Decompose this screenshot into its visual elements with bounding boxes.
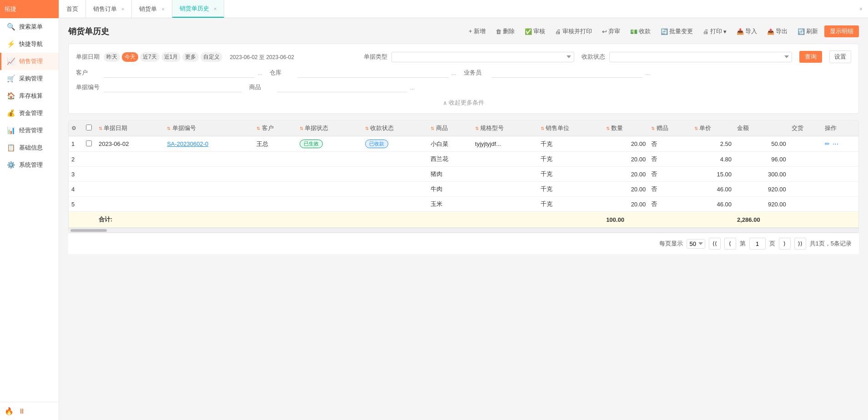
refresh-button[interactable]: 🔃 刷新	[794, 25, 822, 37]
row-checkbox[interactable]	[83, 152, 96, 167]
collect-icon: 💵	[630, 28, 637, 35]
date-tag-custom[interactable]: 自定义	[201, 52, 222, 62]
sidebar-item-system[interactable]: ⚙️ 系统管理	[0, 156, 59, 174]
batch-change-button[interactable]: 🔄 批量变更	[657, 25, 697, 37]
date-tag-1month[interactable]: 近1月	[161, 52, 181, 62]
salesperson-input[interactable]	[492, 68, 642, 78]
th-checkbox[interactable]	[83, 120, 96, 136]
goods-input[interactable]	[277, 82, 407, 92]
th-gift[interactable]: ⇅ 赠品	[648, 120, 691, 136]
tab-close-btn[interactable]: ×	[214, 6, 216, 11]
sales-icon: 📈	[7, 57, 15, 65]
sidebar-item-operations[interactable]: 📊 经营管理	[0, 122, 59, 139]
row-doc-date	[96, 182, 164, 197]
doc-type-select[interactable]	[391, 52, 574, 62]
sidebar-item-quick-nav[interactable]: ⚡ 快捷导航	[0, 35, 59, 53]
abandon-button[interactable]: ↩ 弃审	[598, 25, 624, 37]
payment-status-select[interactable]	[609, 52, 792, 62]
th-doc-no[interactable]: ⇅ 单据编号	[164, 120, 254, 136]
review-print-button[interactable]: 🖨 审核并打印	[552, 25, 596, 37]
collapse-icon: ∧	[443, 100, 447, 106]
import-button[interactable]: 📥 导入	[733, 25, 761, 37]
purchase-icon: 🛒	[7, 75, 15, 83]
export-button[interactable]: 📤 导出	[763, 25, 791, 37]
warehouse-picker-btn[interactable]: ...	[452, 70, 457, 76]
date-tag-7days[interactable]: 近7天	[140, 52, 160, 62]
settings-button[interactable]: 设置	[829, 50, 851, 63]
th-customer[interactable]: ⇅ 客户	[254, 120, 296, 136]
more-icon[interactable]: ⋯	[833, 140, 838, 147]
date-tag-today[interactable]: 今天	[122, 52, 138, 62]
row-checkbox[interactable]	[83, 167, 96, 182]
row-qty: 20.00	[603, 152, 648, 167]
select-all-checkbox[interactable]	[86, 125, 92, 130]
fire-icon[interactable]: 🔥	[5, 407, 14, 415]
customer-input[interactable]	[104, 68, 255, 78]
th-price[interactable]: ⇅ 单价	[692, 120, 734, 136]
collect-button[interactable]: 💵 收款	[627, 25, 654, 37]
page-number-input[interactable]	[749, 238, 766, 250]
warehouse-input[interactable]	[297, 68, 448, 78]
show-detail-button[interactable]: 显示明细	[824, 25, 859, 37]
sidebar-item-sales[interactable]: 📈 销售管理	[0, 53, 59, 70]
doc-type-label: 单据类型	[364, 53, 389, 61]
th-doc-date[interactable]: ⇅ 单据日期	[96, 120, 164, 136]
row-doc-status	[297, 197, 362, 212]
logo-text: 拓捷	[5, 5, 16, 13]
tab-close-btn[interactable]: ×	[121, 6, 124, 12]
row-customer: 王总	[254, 136, 296, 152]
salesperson-picker-btn[interactable]: ...	[645, 70, 650, 76]
tab-close-btn[interactable]: ×	[161, 6, 164, 12]
inventory-icon: 🏠	[7, 92, 15, 100]
goods-picker-btn[interactable]: ...	[410, 84, 415, 91]
import-icon: 📥	[737, 28, 744, 35]
row-doc-no[interactable]: SA-20230602-0	[164, 136, 254, 152]
th-settings[interactable]: ⚙	[69, 120, 83, 136]
th-qty[interactable]: ⇅ 数量	[603, 120, 648, 136]
docno-label: 单据编号	[76, 83, 101, 91]
th-doc-status[interactable]: ⇅ 单据状态	[297, 120, 362, 136]
customer-picker-btn[interactable]: ...	[257, 70, 262, 76]
th-goods[interactable]: ⇅ 商品	[428, 120, 472, 136]
edit-icon[interactable]: ✏	[825, 140, 830, 147]
row-checkbox[interactable]	[83, 182, 96, 197]
sidebar-item-label: 快捷导航	[19, 40, 43, 48]
date-tag-more[interactable]: 更多	[182, 52, 199, 62]
tab-sales-delivery[interactable]: 销货单 ×	[132, 0, 172, 18]
scrollbar-thumb[interactable]	[70, 229, 107, 232]
docno-filter: 单据编号	[76, 82, 242, 92]
row-goods: 牛肉	[428, 182, 472, 197]
sidebar-item-basic[interactable]: 📋 基础信息	[0, 139, 59, 156]
th-spec[interactable]: ⇅ 规格型号	[472, 120, 538, 136]
row-trade	[789, 167, 822, 182]
page-label-suffix: 页	[769, 240, 775, 248]
row-checkbox[interactable]	[83, 197, 96, 212]
prev-page-btn[interactable]: ⟨	[724, 238, 736, 250]
sidebar-item-inventory[interactable]: 🏠 库存核算	[0, 87, 59, 105]
sidebar-item-purchase[interactable]: 🛒 采购管理	[0, 70, 59, 87]
delete-button[interactable]: 🗑 删除	[492, 25, 518, 37]
horizontal-scrollbar[interactable]	[69, 228, 858, 232]
review-button[interactable]: ✅ 审核	[521, 25, 549, 37]
docno-input[interactable]	[104, 82, 242, 92]
sidebar-item-finance[interactable]: 💰 资金管理	[0, 105, 59, 122]
tab-sales-history[interactable]: 销货单历史 ×	[172, 0, 224, 18]
query-button[interactable]: 查询	[799, 51, 822, 63]
th-unit[interactable]: ⇅ 销售单位	[538, 120, 603, 136]
tab-home[interactable]: 首页	[59, 0, 86, 18]
sidebar-item-search[interactable]: 🔍 搜索菜单	[0, 18, 59, 35]
print-button[interactable]: 🖨 打印 ▾	[699, 25, 730, 37]
new-button[interactable]: + 新增	[465, 25, 489, 37]
first-page-btn[interactable]: ⟨⟨	[709, 238, 721, 250]
date-tag-yesterday[interactable]: 昨天	[104, 52, 120, 62]
row-checkbox[interactable]	[83, 136, 96, 152]
collapse-filter-btn[interactable]: ∧ 收起更多条件	[76, 97, 851, 107]
tab-sales-order[interactable]: 销售订单 ×	[86, 0, 132, 18]
last-page-btn[interactable]: ⟩⟩	[794, 238, 806, 250]
row-select-checkbox[interactable]	[86, 140, 92, 146]
pause-icon[interactable]: ⏸	[18, 407, 25, 415]
th-payment-status[interactable]: ⇅ 收款状态	[362, 120, 428, 136]
close-all-tabs-btn[interactable]: ×	[854, 0, 868, 18]
per-page-select[interactable]: 50	[687, 239, 705, 249]
next-page-btn[interactable]: ⟩	[779, 238, 791, 250]
